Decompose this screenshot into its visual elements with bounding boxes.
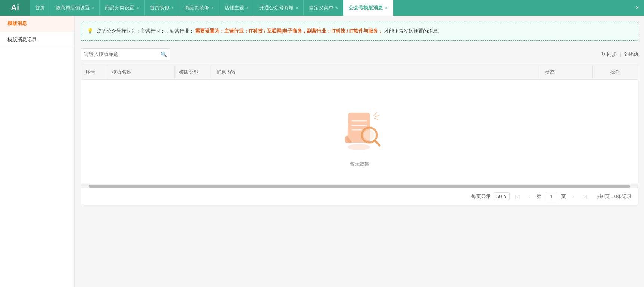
next-page-icon: › xyxy=(573,194,574,199)
close-tab-category-settings[interactable]: × xyxy=(136,6,139,10)
prev-page-icon: ‹ xyxy=(529,194,530,199)
toolbar-right: ↻ 同步 | ? 帮助 xyxy=(601,51,638,58)
empty-text: 暂无数据 xyxy=(350,161,369,167)
page-number-input[interactable] xyxy=(545,192,558,201)
search-bar: 🔍 ↻ 同步 | ? 帮助 xyxy=(81,48,638,60)
close-tab-open-shop[interactable]: × xyxy=(296,6,298,10)
col-header-action: 操作 xyxy=(593,65,638,79)
svg-line-6 xyxy=(375,140,380,146)
empty-illustration xyxy=(333,102,386,155)
page-size-value: 50 xyxy=(496,193,502,199)
sidebar: 模版消息 模版消息记录 xyxy=(0,16,75,287)
alert-suffix: 才能正常发送预置的消息。 xyxy=(384,28,443,34)
help-icon: ? xyxy=(624,51,627,57)
prev-page-button[interactable]: ‹ xyxy=(525,192,534,201)
logo: Ai xyxy=(0,0,30,16)
first-page-button[interactable]: |◁ xyxy=(513,192,522,201)
sidebar-item-template-msg-record[interactable]: 模版消息记录 xyxy=(0,32,74,48)
table-header: 序号 模版名称 模版类型 消息内容 状态 操作 xyxy=(81,65,638,80)
pagination: 每页显示 50 ∨ |◁ ‹ 第 页 › ▷| xyxy=(81,188,638,205)
alert-icon: 💡 xyxy=(87,28,93,34)
nav-tab-shop-settings[interactable]: 微商城店铺设置× xyxy=(50,0,100,16)
search-input-wrap[interactable]: 🔍 xyxy=(81,48,170,60)
help-button[interactable]: ? 帮助 xyxy=(624,51,638,58)
nav-tab-template-msg[interactable]: 公众号模版消息× xyxy=(343,0,393,16)
nav-tab-custom-menu[interactable]: 自定义菜单× xyxy=(304,0,343,16)
top-nav: Ai 首页微商城店铺设置×商品分类设置×首页装修×商品页装修×店铺主题×开通公众… xyxy=(0,0,644,16)
close-tab-shop-settings[interactable]: × xyxy=(92,6,94,10)
nav-tab-home-decor[interactable]: 首页装修× xyxy=(145,0,179,16)
toolbar-divider: | xyxy=(620,51,621,57)
alert-highlight: 需要设置为：主营行业：IT科技 / 互联网|电子商务，副营行业：IT科技 / I… xyxy=(195,28,383,34)
nav-tab-store-theme[interactable]: 店铺主题× xyxy=(219,0,254,16)
col-header-content: 消息内容 xyxy=(212,65,540,79)
sync-icon: ↻ xyxy=(601,51,606,57)
horizontal-scrollbar[interactable] xyxy=(81,184,638,188)
close-tab-store-theme[interactable]: × xyxy=(246,6,249,10)
svg-line-8 xyxy=(375,116,379,116)
search-icon[interactable]: 🔍 xyxy=(161,51,167,57)
close-tab-product-decor[interactable]: × xyxy=(211,6,213,10)
close-tab-template-msg[interactable]: × xyxy=(385,6,387,10)
page-label: 第 xyxy=(537,193,542,200)
search-input[interactable] xyxy=(84,51,161,57)
col-header-seq: 序号 xyxy=(81,65,107,79)
page-suffix: 页 xyxy=(561,193,566,200)
alert-box: 💡 您的公众号行业为：主营行业：，副营行业： 需要设置为：主营行业：IT科技 /… xyxy=(81,22,638,41)
col-header-type: 模版类型 xyxy=(175,65,212,79)
svg-point-5 xyxy=(364,130,375,140)
chevron-down-icon: ∨ xyxy=(503,193,507,199)
total-info: 共0页，0条记录 xyxy=(597,193,632,200)
sidebar-item-template-msg[interactable]: 模版消息 xyxy=(0,16,74,32)
close-tab-home-decor[interactable]: × xyxy=(172,6,174,10)
close-tab-custom-menu[interactable]: × xyxy=(336,6,338,10)
alert-prefix: 您的公众号行业为：主营行业：，副营行业： xyxy=(97,28,194,34)
scrollbar-thumb[interactable] xyxy=(89,185,630,188)
nav-tab-open-shop[interactable]: 开通公众号商城× xyxy=(254,0,303,16)
svg-line-9 xyxy=(374,118,378,119)
main-layout: 模版消息 模版消息记录 💡 您的公众号行业为：主营行业：，副营行业： 需要设置为… xyxy=(0,16,644,287)
nav-tabs: 首页微商城店铺设置×商品分类设置×首页装修×商品页装修×店铺主题×开通公众号商城… xyxy=(30,0,631,16)
nav-tab-home[interactable]: 首页 xyxy=(30,0,50,16)
data-table: 序号 模版名称 模版类型 消息内容 状态 操作 xyxy=(81,65,638,205)
content-area: 💡 您的公众号行业为：主营行业：，副营行业： 需要设置为：主营行业：IT科技 /… xyxy=(75,16,644,287)
next-page-button[interactable]: › xyxy=(569,192,578,201)
nav-tab-product-decor[interactable]: 商品页装修× xyxy=(179,0,219,16)
close-all-button[interactable]: × xyxy=(631,0,644,16)
col-header-status: 状态 xyxy=(540,65,593,79)
page-size-select[interactable]: 50 ∨ xyxy=(494,192,509,200)
page-size-label: 每页显示 xyxy=(471,193,491,200)
col-header-name: 模版名称 xyxy=(107,65,175,79)
empty-state: 暂无数据 xyxy=(81,80,638,182)
last-page-icon: ▷| xyxy=(583,194,587,199)
first-page-icon: |◁ xyxy=(515,194,519,199)
nav-tab-category-settings[interactable]: 商品分类设置× xyxy=(100,0,144,16)
svg-point-0 xyxy=(348,144,370,150)
last-page-button[interactable]: ▷| xyxy=(581,192,590,201)
sync-button[interactable]: ↻ 同步 xyxy=(601,51,617,58)
svg-line-7 xyxy=(374,113,377,115)
